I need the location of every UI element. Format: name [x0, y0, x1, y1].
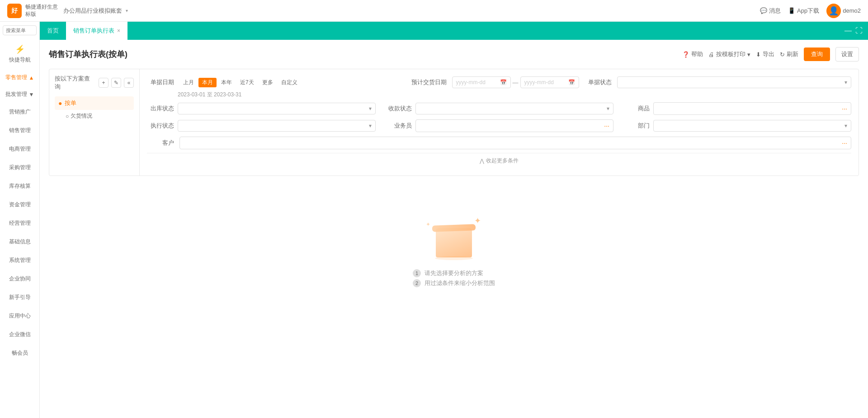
- breadcrumb-dropdown-icon[interactable]: ▾: [126, 8, 128, 13]
- collapse-icon: ⋀: [480, 158, 484, 164]
- scheme-active-icon: ●: [58, 100, 62, 107]
- sidebar-item-zijin[interactable]: 资金管理: [0, 195, 39, 214]
- date-tab-jin7[interactable]: 近7天: [236, 78, 258, 87]
- expected-date-control: yyyy-mm-dd 📅 — yyyy-mm-dd 📅: [452, 76, 579, 88]
- date-control: 上月 本月 本年 近7天 更多 自定义: [179, 78, 406, 87]
- sidebar-item-jingying[interactable]: 经营管理: [0, 214, 39, 233]
- goods-dots[interactable]: ···: [842, 105, 847, 112]
- tab-bar: 首页 销售订单执行表 × — ⛶: [40, 22, 868, 40]
- outbound-filter: 出库状态 ▾: [147, 102, 376, 115]
- settings-button[interactable]: 设置: [835, 47, 859, 62]
- date-tab-benyue[interactable]: 本月: [198, 78, 217, 87]
- dept-dropdown-icon: ▾: [844, 123, 847, 129]
- add-scheme-button[interactable]: +: [99, 78, 108, 88]
- sidebar-item-pifaguan[interactable]: 批发管理 ▼: [0, 86, 39, 103]
- calendar-icon[interactable]: 📅: [500, 79, 507, 86]
- sidebar-item-xinshou[interactable]: 新手引导: [0, 288, 39, 307]
- user-action[interactable]: 👤 demo2: [826, 4, 861, 18]
- search-input[interactable]: [3, 25, 37, 35]
- tab-minimize-icon[interactable]: —: [844, 27, 852, 35]
- scheme-item-按单[interactable]: ● 按单: [55, 96, 134, 110]
- receipt-filter: 收款状态 ▾: [385, 102, 613, 115]
- empty-hint-2: 2 用过滤条件来缩小分析范围: [413, 279, 495, 287]
- date-tab-custom[interactable]: 自定义: [278, 78, 301, 87]
- lightning-icon: ⚡: [15, 44, 25, 54]
- salesman-label: 业务员: [385, 122, 412, 130]
- date-range-row: 2023-03-01 至 2023-03-31: [147, 90, 851, 99]
- app-download-action[interactable]: 📱 App下载: [788, 7, 819, 15]
- calendar-icon-2[interactable]: 📅: [568, 79, 575, 86]
- sidebar-item-xiaoshoug[interactable]: 销售管理: [0, 121, 39, 140]
- exec-dropdown-icon: ▾: [369, 123, 372, 129]
- exec-filter: 执行状态 ▾: [147, 119, 376, 132]
- date-label: 单据日期: [147, 78, 174, 86]
- collapse-panel-button[interactable]: «: [124, 78, 134, 88]
- sidebar-item-jichu[interactable]: 基础信息: [0, 233, 39, 251]
- sidebar-item-kuaijie[interactable]: ⚡ 快捷导航: [0, 39, 39, 69]
- sidebar-item-dianshangg[interactable]: 电商管理: [0, 140, 39, 158]
- page-title: 销售订单执行表(按单): [49, 49, 127, 60]
- dept-select[interactable]: ▾: [653, 120, 851, 132]
- customer-input[interactable]: ···: [179, 137, 851, 149]
- date-tab-shangyu[interactable]: 上月: [179, 78, 198, 87]
- scheme-item-qianhuo[interactable]: ○ 欠货情况: [55, 110, 134, 122]
- sidebar: ⚡ 快捷导航 零售管理 ▲ 批发管理 ▼ 营销推广 销售管理 电商管理 采购管理…: [0, 22, 40, 418]
- scheme-sub-icon: ○: [66, 113, 69, 119]
- tab-maximize-icon[interactable]: ⛶: [855, 27, 863, 35]
- help-button[interactable]: ❓ 帮助: [682, 50, 703, 58]
- receipt-label: 收款状态: [385, 104, 412, 113]
- status-dropdown-icon: ▾: [844, 79, 847, 86]
- template-print-button[interactable]: 🖨 按模板打印 ▾: [708, 50, 750, 58]
- edit-scheme-button[interactable]: ✎: [111, 78, 121, 88]
- salesman-dots[interactable]: ···: [604, 122, 609, 129]
- left-panel-actions: + ✎ «: [99, 78, 134, 88]
- sidebar-item-xitong[interactable]: 系统管理: [0, 251, 39, 270]
- salesman-filter: 业务员 ···: [385, 119, 613, 132]
- tab-actions: — ⛶: [844, 27, 868, 35]
- receipt-select[interactable]: ▾: [415, 103, 613, 114]
- sidebar-item-caigou[interactable]: 采购管理: [0, 158, 39, 177]
- tab-sales-order[interactable]: 销售订单执行表 ×: [66, 22, 127, 40]
- query-button[interactable]: 查询: [804, 48, 830, 61]
- outbound-label: 出库状态: [147, 104, 174, 113]
- sidebar-item-qiye[interactable]: 企业协同: [0, 270, 39, 288]
- tab-close-icon[interactable]: ×: [117, 28, 120, 34]
- expected-date-label: 预计交货日期: [411, 78, 447, 86]
- logo-text: 畅捷通好生意 标版: [25, 4, 58, 18]
- filter-row-2: 出库状态 ▾ 收款状态 ▾: [147, 102, 851, 115]
- exec-select[interactable]: ▾: [178, 120, 376, 132]
- print-icon: 🖨: [708, 51, 714, 58]
- customer-dots[interactable]: ···: [842, 139, 847, 147]
- sidebar-item-yingyong[interactable]: 应用中心: [0, 307, 39, 325]
- hint-num-2: 2: [413, 279, 421, 287]
- outbound-dropdown-icon: ▾: [369, 105, 372, 112]
- export-button[interactable]: ⬇ 导出: [756, 50, 774, 58]
- goods-input[interactable]: ···: [653, 102, 851, 115]
- box-body: [436, 228, 472, 257]
- date-tab-bennian[interactable]: 本年: [217, 78, 236, 87]
- collapse-button[interactable]: ⋀ 收起更多条件: [147, 153, 851, 168]
- filter-row-4: 客户 ···: [147, 137, 851, 149]
- refresh-button[interactable]: ↻ 刷新: [780, 50, 798, 58]
- sidebar-item-yingxiao[interactable]: 营销推广: [0, 103, 39, 121]
- right-panel: 单据日期 上月 本月 本年 近7天 更多 自定义: [140, 69, 859, 176]
- expected-date-end[interactable]: yyyy-mm-dd 📅: [520, 76, 579, 88]
- mobile-icon: 📱: [788, 7, 795, 14]
- left-panel-title: 按以下方案查询 + ✎ «: [55, 75, 134, 91]
- message-action[interactable]: 💬 消息: [760, 7, 781, 15]
- status-select[interactable]: ▾: [617, 76, 852, 88]
- salesman-input[interactable]: ···: [415, 119, 613, 132]
- sidebar-item-qiyeweixin[interactable]: 企业微信: [0, 325, 39, 344]
- dept-label: 部门: [623, 122, 650, 130]
- sidebar-item-changhui[interactable]: 畅会员: [0, 344, 39, 362]
- chevron-down-icon: ▼: [29, 91, 34, 98]
- sidebar-item-kucun[interactable]: 库存核算: [0, 177, 39, 195]
- expected-date-start[interactable]: yyyy-mm-dd 📅: [452, 76, 511, 88]
- tab-home[interactable]: 首页: [40, 22, 66, 40]
- empty-illustration: ✦ ✦: [422, 212, 486, 262]
- outbound-select[interactable]: ▾: [178, 103, 376, 114]
- date-tab-more[interactable]: 更多: [259, 78, 277, 87]
- print-dropdown-icon[interactable]: ▾: [747, 51, 750, 58]
- date-tabs: 上月 本月 本年 近7天 更多 自定义: [179, 78, 301, 87]
- sidebar-item-lingshouguan[interactable]: 零售管理 ▲: [0, 69, 39, 86]
